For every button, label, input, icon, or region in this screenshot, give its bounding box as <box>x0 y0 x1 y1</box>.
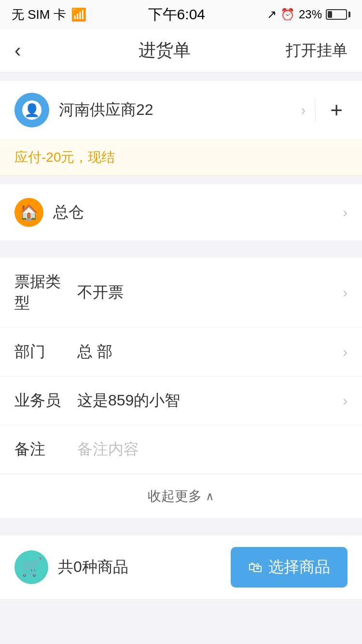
page-title: 进货单 <box>139 39 191 62</box>
invoice-row[interactable]: 票据类型 不开票 › <box>0 258 362 328</box>
supplier-row[interactable]: 👤 河南供应商22 › + <box>0 81 362 140</box>
carrier-text: 无 SIM 卡 <box>12 6 66 23</box>
select-btn-label: 选择商品 <box>268 557 330 578</box>
avatar: 👤 <box>14 93 49 127</box>
section-divider-3 <box>0 240 362 249</box>
warehouse-name: 总仓 <box>53 202 343 223</box>
user-icon: 👤 <box>22 100 42 120</box>
notice-text: 应付-20元，现结 <box>14 150 115 165</box>
vertical-divider <box>315 98 316 122</box>
chevron-right-icon: › <box>343 204 348 221</box>
collapse-row[interactable]: 收起更多 ∧ <box>0 474 362 518</box>
collapse-label: 收起更多 <box>148 487 202 505</box>
section-divider-4 <box>0 518 362 527</box>
product-count: 共0种商品 <box>58 557 221 578</box>
section-divider-2 <box>0 176 362 184</box>
department-label: 部门 <box>14 341 72 363</box>
bottom-section: 🛒 共0种商品 🛍 选择商品 <box>0 535 362 599</box>
status-time: 下午6:04 <box>148 5 205 25</box>
warehouse-section: 🏠 总仓 › <box>0 184 362 240</box>
invoice-value: 不开票 <box>72 282 343 303</box>
page-background <box>0 599 362 644</box>
supplier-section: 👤 河南供应商22 › + 应付-20元，现结 <box>0 81 362 176</box>
notice-bar: 应付-20元，现结 <box>0 140 362 176</box>
collapse-arrow-icon: ∧ <box>206 490 214 503</box>
battery-text: 23% <box>299 8 322 21</box>
chevron-right-icon: › <box>343 344 348 360</box>
status-right: ↗ ⏰ 23% <box>267 8 350 21</box>
cart-icon: 🛍 <box>248 559 263 575</box>
wifi-icon: 📶 <box>71 7 86 22</box>
warehouse-row[interactable]: 🏠 总仓 › <box>0 184 362 240</box>
department-value: 总 部 <box>72 341 343 363</box>
chevron-right-icon: › <box>343 392 348 409</box>
remark-label: 备注 <box>14 439 72 460</box>
warehouse-icon: 🏠 <box>14 198 43 227</box>
product-icon: 🛒 <box>14 550 48 584</box>
battery-icon <box>326 9 350 20</box>
add-supplier-button[interactable]: + <box>325 98 348 122</box>
chevron-right-icon: › <box>343 284 348 301</box>
back-button[interactable]: ‹ <box>14 40 43 61</box>
status-left: 无 SIM 卡 📶 <box>12 6 86 23</box>
status-bar: 无 SIM 卡 📶 下午6:04 ↗ ⏰ 23% <box>0 0 362 29</box>
open-pending-button[interactable]: 打开挂单 <box>286 40 348 61</box>
chevron-right-icon: › <box>301 102 306 118</box>
salesman-label: 业务员 <box>14 390 72 411</box>
select-product-button[interactable]: 🛍 选择商品 <box>231 547 348 588</box>
nav-bar: ‹ 进货单 打开挂单 <box>0 29 362 72</box>
location-icon: ↗ <box>267 8 277 21</box>
form-section: 票据类型 不开票 › 部门 总 部 › 业务员 这是859的小智 › 备注 备注… <box>0 258 362 518</box>
remark-input[interactable]: 备注内容 <box>72 439 348 460</box>
salesman-row[interactable]: 业务员 这是859的小智 › <box>0 377 362 425</box>
salesman-value: 这是859的小智 <box>72 390 343 411</box>
section-divider-1 <box>0 72 362 81</box>
alarm-icon: ⏰ <box>280 8 295 21</box>
supplier-name: 河南供应商22 <box>59 99 301 121</box>
invoice-label: 票据类型 <box>14 271 72 314</box>
department-row[interactable]: 部门 总 部 › <box>0 328 362 377</box>
remark-row[interactable]: 备注 备注内容 <box>0 425 362 474</box>
